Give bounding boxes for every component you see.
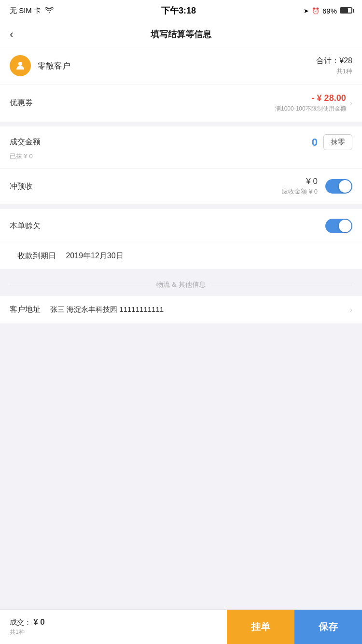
carrier-label: 无 SIM 卡 [10,6,41,15]
total-count: 共1种 [316,67,352,76]
amount-label: 成交金额 [10,137,41,147]
debt-label: 本单赊欠 [10,221,41,231]
prepay-right: ¥ 0 应收金额 ¥ 0 [282,177,318,196]
transaction-card: 成交金额 0 抹零 已抹 ¥ 0 冲预收 ¥ 0 应收金额 ¥ 0 [0,126,362,204]
already-rounded: 已抹 ¥ 0 [10,152,352,161]
status-time: 下午3:18 [161,5,196,16]
content: 零散客户 合计：¥28 共1种 优惠券 - ¥ 28.00 满1000-100不… [0,47,362,367]
nav-bar: ‹ 填写结算等信息 [0,21,362,47]
logistics-divider: 物流 & 其他信息 [0,274,362,296]
debt-toggle-knob [339,220,351,232]
chevron-right-icon: › [350,306,352,314]
logistics-label: 物流 & 其他信息 [156,280,205,289]
chevron-right-icon: › [350,99,352,108]
battery-percent: 69% [322,7,337,15]
prepay-toggle[interactable] [325,179,352,194]
address-label: 客户地址 [10,305,41,315]
bottom-bar: 成交： ¥ 0 共1种 挂单 保存 [0,609,362,644]
deal-amount: ¥ 0 [33,617,45,627]
coupon-discount: - ¥ 28.00 [275,93,346,103]
amount-top: 成交金额 0 抹零 [10,134,352,150]
avatar [10,55,31,76]
status-left: 无 SIM 卡 [10,6,54,15]
customer-total: 合计：¥28 共1种 [316,56,352,76]
customer-coupon-card: 零散客户 合计：¥28 共1种 优惠券 - ¥ 28.00 满1000-100不… [0,47,362,122]
wifi-icon [45,7,54,15]
total-amount: 合计：¥28 [316,56,352,66]
coupon-info: - ¥ 28.00 满1000-100不限制使用金额 [275,93,346,113]
page-title: 填写结算等信息 [151,28,211,40]
prepay-row-wrap: ¥ 0 应收金额 ¥ 0 [282,177,352,196]
debt-toggle[interactable] [325,219,352,233]
amount-right: 0 抹零 [312,134,352,150]
due-date-row: 收款到期日 2019年12月30日 [0,243,362,269]
svg-point-0 [18,62,22,66]
coupon-label: 优惠券 [10,98,33,108]
prepay-section: 冲预收 ¥ 0 应收金额 ¥ 0 [0,169,362,204]
address-card: 客户地址 张三 海淀永丰科技园 11111111111 › [0,296,362,323]
back-button[interactable]: ‹ [10,28,14,41]
toggle-knob [339,180,351,193]
coupon-row[interactable]: 优惠券 - ¥ 28.00 满1000-100不限制使用金额 › [0,84,362,122]
prepay-top: 冲预收 ¥ 0 应收金额 ¥ 0 [10,177,352,196]
location-icon: ➤ [304,7,309,14]
address-row[interactable]: 客户地址 张三 海淀永丰科技园 11111111111 › [0,296,362,323]
prepay-amount: ¥ 0 [282,177,318,186]
amount-value: 0 [312,136,318,149]
address-value: 张三 海淀永丰科技园 11111111111 [50,305,350,314]
coupon-desc: 满1000-100不限制使用金额 [275,105,346,113]
bottom-info: 成交： ¥ 0 共1种 [0,617,227,636]
round-button[interactable]: 抹零 [323,134,352,150]
prepay-sub: 应收金额 ¥ 0 [282,187,318,196]
customer-name: 零散客户 [38,60,70,71]
prepay-label: 冲预收 [10,182,33,192]
amount-section: 成交金额 0 抹零 已抹 ¥ 0 [0,126,362,169]
due-date-value: 2019年12月30日 [66,252,123,260]
customer-left: 零散客户 [10,55,70,76]
customer-row: 零散客户 合计：¥28 共1种 [0,47,362,84]
bottom-count: 共1种 [10,628,217,636]
debt-card: 本单赊欠 收款到期日 2019年12月30日 [0,209,362,269]
pending-button[interactable]: 挂单 [227,610,294,644]
battery-icon [340,7,352,15]
due-date-label: 收款到期日 [17,252,56,260]
status-right: ➤ ⏰ 69% [304,7,352,15]
coupon-right: - ¥ 28.00 满1000-100不限制使用金额 › [275,93,352,113]
save-button[interactable]: 保存 [294,610,362,644]
bottom-deal: 成交： ¥ 0 [10,617,217,627]
alarm-icon: ⏰ [312,7,320,14]
deal-label: 成交： [10,618,31,626]
debt-row: 本单赊欠 [0,209,362,243]
status-bar: 无 SIM 卡 下午3:18 ➤ ⏰ 69% [0,0,362,21]
